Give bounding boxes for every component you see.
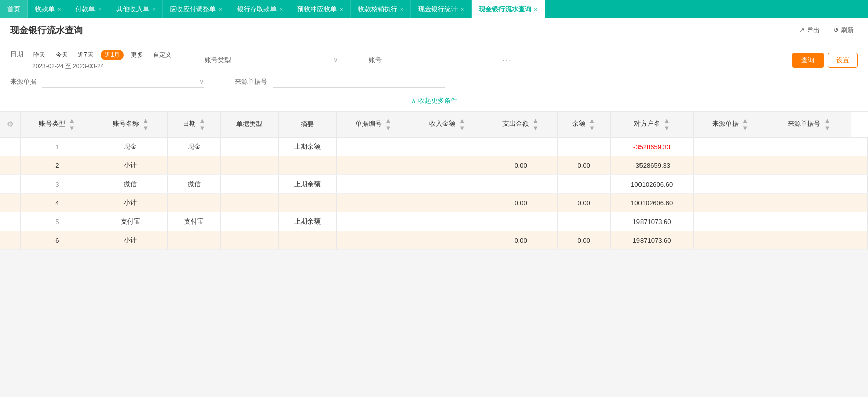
- row-settings-cell: [0, 175, 20, 194]
- income-cell: 0.00: [484, 194, 558, 212]
- col-income[interactable]: 收入金额 ▲▼: [410, 112, 484, 138]
- account-type-cell: 小计: [94, 194, 168, 212]
- sort-counterpart: ▲▼: [663, 117, 670, 132]
- account-type-chevron: ∨: [333, 56, 338, 64]
- col-expense[interactable]: 支出金额 ▲▼: [484, 112, 558, 138]
- nav-verify-close[interactable]: ×: [400, 6, 403, 12]
- source-doc-chevron: ∨: [199, 78, 204, 85]
- col-counterpart[interactable]: 对方户名 ▲▼: [611, 112, 694, 138]
- date-cell: [220, 231, 279, 250]
- account-more-btn[interactable]: ···: [502, 56, 512, 65]
- table-row: 1现金现金上期余额-3528659.33: [0, 138, 868, 156]
- balance-cell: 100102606.60: [611, 194, 694, 212]
- settings-icon[interactable]: ⚙: [7, 120, 13, 128]
- date-today[interactable]: 今天: [53, 50, 71, 60]
- nav-adjustment[interactable]: 应收应付调整单 ×: [163, 0, 230, 18]
- doc-type-cell: 上期余额: [279, 138, 337, 156]
- filter-buttons: 查询 设置: [792, 53, 858, 68]
- nav-adjustment-close[interactable]: ×: [219, 6, 222, 12]
- nav-advance-close[interactable]: ×: [340, 6, 343, 12]
- col-balance[interactable]: 余额 ▲▼: [558, 112, 611, 138]
- nav-payment[interactable]: 付款单 ×: [68, 0, 109, 18]
- header-actions: ↗ 导出 ↺ 刷新: [795, 24, 858, 37]
- collapse-bar[interactable]: ∧ 收起更多条件: [10, 93, 858, 106]
- row-settings-cell: [0, 138, 20, 156]
- balance-cell: 19871073.60: [611, 212, 694, 231]
- account-type-select[interactable]: ∨: [237, 54, 338, 66]
- export-icon: ↗: [799, 26, 805, 34]
- nav-statistics-close[interactable]: ×: [461, 6, 464, 12]
- source-doc-cell: [767, 138, 851, 156]
- source-doc-cell: [767, 156, 851, 175]
- nav-other-income-label: 其他收入单: [116, 5, 149, 14]
- doc-type-cell: 上期余额: [279, 212, 337, 231]
- collapse-label: 收起更多条件: [418, 96, 458, 105]
- nav-cashflow-close[interactable]: ×: [534, 6, 537, 12]
- col-doc-no[interactable]: 单据编号 ▲▼: [337, 112, 410, 138]
- col-settings[interactable]: ⚙: [0, 112, 20, 138]
- date-1month[interactable]: 近1月: [101, 50, 124, 60]
- source-doc-cell: [767, 212, 851, 231]
- nav-home[interactable]: 首页: [0, 0, 28, 18]
- filter-row-2: 来源单据 ∨ 来源单据号: [10, 76, 858, 88]
- nav-payment-label: 付款单: [75, 5, 95, 14]
- nav-receipt[interactable]: 收款单 ×: [28, 0, 68, 18]
- nav-verify[interactable]: 收款核销执行 ×: [351, 0, 411, 18]
- account-type-cell: 小计: [94, 156, 168, 175]
- account-name-cell: 支付宝: [167, 212, 220, 231]
- col-doc-no-label: 单据编号: [355, 120, 382, 127]
- refresh-icon: ↺: [833, 26, 839, 34]
- date-7days[interactable]: 近7天: [75, 50, 97, 60]
- income-cell: 0.00: [484, 156, 558, 175]
- nav-receipt-close[interactable]: ×: [58, 6, 61, 12]
- nav-bank-deposit[interactable]: 银行存取款单 ×: [230, 0, 290, 18]
- doc-no-cell: [410, 156, 484, 175]
- date-yesterday[interactable]: 昨天: [30, 50, 49, 60]
- nav-cashflow[interactable]: 现金银行流水查询 ×: [472, 0, 545, 18]
- account-name-cell: 现金: [167, 138, 220, 156]
- nav-payment-close[interactable]: ×: [98, 6, 101, 12]
- col-account-type[interactable]: 账号类型 ▲▼: [20, 112, 94, 138]
- row-settings-cell: [0, 156, 20, 175]
- account-filter: 账号 ···: [369, 54, 512, 66]
- date-more[interactable]: 更多: [128, 50, 146, 60]
- setting-button[interactable]: 设置: [828, 53, 858, 68]
- nav-receipt-label: 收款单: [35, 5, 55, 14]
- nav-advance[interactable]: 预收冲应收单 ×: [290, 0, 350, 18]
- refresh-label: 刷新: [841, 26, 854, 35]
- col-source-doc[interactable]: 来源单据 ▲▼: [694, 112, 767, 138]
- nav-bank-deposit-close[interactable]: ×: [280, 6, 283, 12]
- main-table: ⚙ 账号类型 ▲▼ 账号名称 ▲▼ 日期 ▲▼ 单据类型 摘: [0, 112, 868, 250]
- nav-other-income[interactable]: 其他收入单 ×: [109, 0, 163, 18]
- summary-cell: [337, 156, 410, 175]
- col-date[interactable]: 日期 ▲▼: [167, 112, 220, 138]
- date-cell: [220, 156, 279, 175]
- source-doc-select[interactable]: ∨: [42, 76, 204, 88]
- nav-statistics[interactable]: 现金银行统计 ×: [411, 0, 471, 18]
- sort-expense: ▲▼: [532, 117, 539, 132]
- source-doc-no-input[interactable]: [273, 78, 445, 85]
- filter-row-1: 日期 昨天 今天 近7天 近1月 更多 自定义 2023-02-24 至 202…: [10, 50, 858, 71]
- balance-cell: -3528659.33: [611, 156, 694, 175]
- col-source-doc-no[interactable]: 来源单据号 ▲▼: [767, 112, 851, 138]
- sort-date: ▲▼: [199, 117, 206, 132]
- col-doc-type: 单据类型: [220, 112, 279, 138]
- query-button[interactable]: 查询: [792, 53, 824, 68]
- col-account-name-label: 账号名称: [113, 120, 139, 127]
- filter-area: 日期 昨天 今天 近7天 近1月 更多 自定义 2023-02-24 至 202…: [0, 42, 868, 112]
- counterpart-cell: [694, 212, 767, 231]
- row-num: 6: [20, 231, 94, 250]
- account-input-wrap: [388, 54, 499, 66]
- export-button[interactable]: ↗ 导出: [795, 24, 824, 37]
- col-balance-label: 余额: [572, 120, 585, 127]
- col-account-name[interactable]: 账号名称 ▲▼: [94, 112, 168, 138]
- doc-type-cell: [279, 231, 337, 250]
- doc-type-cell: 上期余额: [279, 175, 337, 194]
- source-doc-no-cell: [851, 138, 867, 156]
- account-input[interactable]: [388, 56, 499, 64]
- expense-cell: 0.00: [558, 231, 611, 250]
- refresh-button[interactable]: ↺ 刷新: [829, 24, 858, 37]
- nav-other-income-close[interactable]: ×: [152, 6, 155, 12]
- row-num: 5: [20, 212, 94, 231]
- date-custom[interactable]: 自定义: [150, 50, 174, 60]
